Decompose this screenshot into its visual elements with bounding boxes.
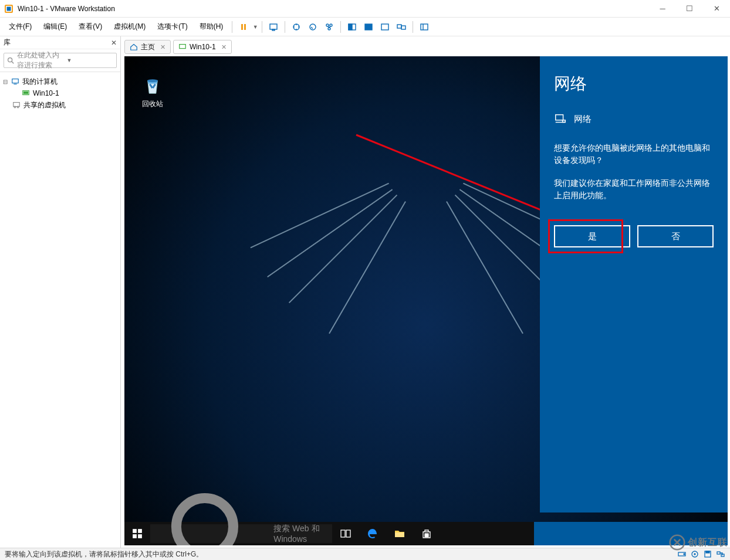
svg-rect-32 xyxy=(563,120,566,123)
library-panel: 库 ✕ 在此处键入内容进行搜索 ▼ ⊟ 我的计算机 Win10-1 共享的虚拟机 xyxy=(0,36,121,548)
monitor-icon xyxy=(11,77,20,86)
maximize-button[interactable]: ☐ xyxy=(676,1,703,17)
minimize-button[interactable]: ─ xyxy=(649,1,676,17)
svg-rect-15 xyxy=(381,24,388,30)
svg-rect-24 xyxy=(24,91,28,94)
hdd-icon[interactable] xyxy=(677,549,687,559)
window-title: Win10-1 - VMware Workstation xyxy=(18,5,115,13)
close-button[interactable]: ✕ xyxy=(703,1,730,17)
watermark: 创新互联 xyxy=(669,534,728,551)
svg-rect-25 xyxy=(13,103,20,107)
chevron-down-icon[interactable]: ▼ xyxy=(67,57,114,63)
svg-point-29 xyxy=(147,79,158,82)
network-message-2: 我们建议你在家庭和工作网络而非公共网络上启用此功能。 xyxy=(554,177,714,202)
tabstrip: 主页 ✕ Win10-1 ✕ xyxy=(124,39,730,55)
tab-win10-1[interactable]: Win10-1 ✕ xyxy=(173,40,232,54)
fullscreen-icon[interactable] xyxy=(344,19,360,35)
svg-point-27 xyxy=(17,106,19,108)
chevron-down-icon[interactable]: ▼ xyxy=(252,24,258,30)
folder-icon xyxy=(394,528,405,539)
edge-button[interactable] xyxy=(359,522,386,545)
svg-rect-34 xyxy=(138,529,142,533)
snapshot-manager-icon[interactable] xyxy=(322,19,337,35)
stretch-icon[interactable] xyxy=(377,19,393,35)
svg-rect-43 xyxy=(427,534,429,535)
shared-icon xyxy=(12,100,21,110)
svg-rect-39 xyxy=(341,530,345,537)
svg-rect-31 xyxy=(556,115,563,120)
svg-rect-5 xyxy=(270,24,277,29)
svg-rect-13 xyxy=(349,24,352,30)
taskbar-search-input[interactable]: 搜索 Web 和 Windows xyxy=(150,524,332,543)
status-text: 要将输入定向到该虚拟机，请将鼠标指针移入其中或按 Ctrl+G。 xyxy=(5,549,203,559)
library-title: 库 xyxy=(4,38,11,47)
svg-rect-40 xyxy=(346,530,350,537)
tree-shared-vms[interactable]: 共享的虚拟机 xyxy=(12,99,118,111)
svg-rect-35 xyxy=(133,534,137,538)
start-button[interactable] xyxy=(124,522,150,545)
pause-icon[interactable] xyxy=(236,19,251,35)
vm-viewport[interactable]: 回收站 网络 网络 想要允许你的电脑被此网络上的其他电脑和设备发现吗？ 我们建议… xyxy=(124,56,728,545)
menubar: 文件(F) 编辑(E) 查看(V) 虚拟机(M) 选项卡(T) 帮助(H) ▼ xyxy=(0,18,730,36)
svg-rect-51 xyxy=(706,551,709,553)
menu-vm[interactable]: 虚拟机(M) xyxy=(109,19,151,34)
file-explorer-button[interactable] xyxy=(386,522,413,545)
network-icon xyxy=(554,113,567,125)
search-icon xyxy=(155,477,269,545)
tree-vm-win10-1[interactable]: Win10-1 xyxy=(21,87,118,99)
network-adapter-icon[interactable] xyxy=(716,549,725,559)
window-titlebar: Win10-1 - VMware Workstation ─ ☐ ✕ xyxy=(0,0,730,18)
svg-rect-52 xyxy=(717,552,720,554)
guest-taskbar: 搜索 Web 和 Windows xyxy=(124,522,534,545)
tree-root-my-computer[interactable]: ⊟ 我的计算机 xyxy=(2,76,118,87)
menu-file[interactable]: 文件(F) xyxy=(4,19,37,34)
snapshot-icon[interactable] xyxy=(289,19,304,35)
menu-edit[interactable]: 编辑(E) xyxy=(38,19,72,34)
svg-rect-14 xyxy=(365,24,372,30)
multi-monitor-icon[interactable] xyxy=(394,19,409,35)
svg-point-49 xyxy=(694,554,695,555)
vm-icon xyxy=(21,89,31,98)
watermark-icon xyxy=(669,534,685,551)
no-button[interactable]: 否 xyxy=(637,225,714,247)
close-icon[interactable]: ✕ xyxy=(111,39,117,47)
svg-rect-17 xyxy=(401,26,405,29)
close-icon[interactable]: ✕ xyxy=(160,43,165,51)
guest-desktop[interactable]: 回收站 网络 网络 想要允许你的电脑被此网络上的其他电脑和设备发现吗？ 我们建议… xyxy=(124,56,728,545)
svg-point-47 xyxy=(684,554,685,555)
network-message-1: 想要允许你的电脑被此网络上的其他电脑和设备发现吗？ xyxy=(554,142,714,167)
floppy-icon[interactable] xyxy=(703,549,712,559)
svg-point-26 xyxy=(14,106,16,108)
library-toggle-icon[interactable] xyxy=(417,19,432,35)
svg-point-8 xyxy=(310,24,316,30)
svg-rect-3 xyxy=(241,24,243,30)
svg-point-37 xyxy=(176,498,233,545)
snapshot-revert-icon[interactable] xyxy=(305,19,320,35)
network-title: 网络 xyxy=(554,73,714,95)
svg-rect-28 xyxy=(180,45,186,49)
send-ctrlaltdel-icon[interactable] xyxy=(266,19,281,35)
library-search-input[interactable]: 在此处键入内容进行搜索 ▼ xyxy=(4,53,117,68)
menu-view[interactable]: 查看(V) xyxy=(73,19,107,34)
task-view-button[interactable] xyxy=(332,522,359,545)
svg-rect-45 xyxy=(427,535,429,537)
store-button[interactable] xyxy=(413,522,440,545)
cd-icon[interactable] xyxy=(690,549,699,559)
menu-tabs-opt[interactable]: 选项卡(T) xyxy=(152,19,192,34)
yes-button[interactable]: 是 xyxy=(554,225,630,247)
svg-rect-22 xyxy=(12,79,19,83)
svg-rect-42 xyxy=(425,534,427,535)
statusbar: 要将输入定向到该虚拟机，请将鼠标指针移入其中或按 Ctrl+G。 xyxy=(0,548,730,560)
recycle-bin-icon[interactable]: 回收站 xyxy=(135,74,170,109)
menu-help[interactable]: 帮助(H) xyxy=(194,19,229,34)
svg-line-21 xyxy=(12,62,14,64)
network-side-panel: 网络 网络 想要允许你的电脑被此网络上的其他电脑和设备发现吗？ 我们建议你在家庭… xyxy=(540,56,728,513)
svg-rect-16 xyxy=(397,25,401,28)
windows-icon xyxy=(132,528,143,539)
unity-icon[interactable] xyxy=(361,19,376,35)
edge-icon xyxy=(367,528,378,539)
desktop-icon-label: 回收站 xyxy=(135,99,170,109)
close-icon[interactable]: ✕ xyxy=(221,43,227,51)
svg-rect-41 xyxy=(395,532,404,537)
tab-home[interactable]: 主页 ✕ xyxy=(124,40,171,54)
